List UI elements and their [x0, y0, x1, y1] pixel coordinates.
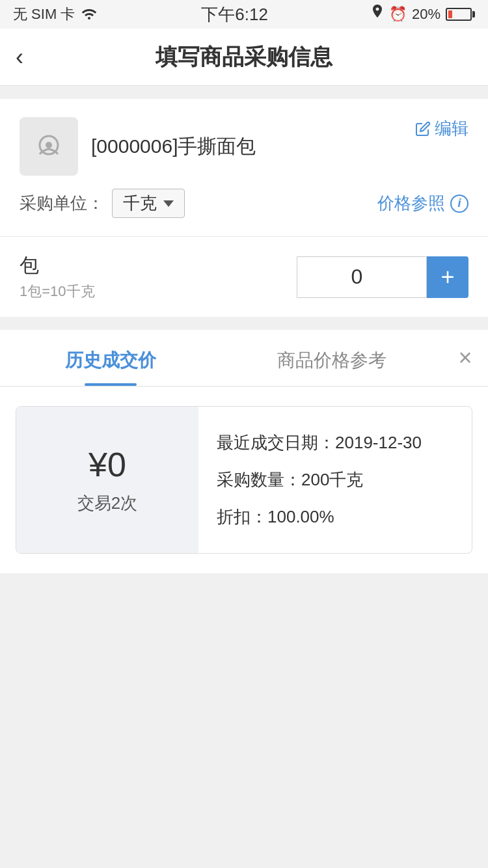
price-card-right: 最近成交日期：2019-12-30 采购数量：200千克 折扣：100.00%	[198, 407, 472, 553]
price-discount: 折扣：100.00%	[217, 504, 454, 530]
tabs-header: 历史成交价 商品价格参考 ×	[0, 330, 488, 387]
tab-content-history-price: ¥0 交易2次 最近成交日期：2019-12-30 采购数量：200千克 折扣：…	[0, 387, 488, 573]
quantity-label-group: 包 1包=10千克	[20, 252, 95, 301]
unit-select-button[interactable]: 千克	[112, 189, 185, 218]
price-card-left: ¥0 交易2次	[16, 407, 198, 553]
unit-row: 采购单位： 千克	[20, 189, 185, 218]
price-recent-date-value: 2019-12-30	[335, 433, 422, 452]
page-title: 填写商品采购信息	[156, 42, 332, 72]
quantity-unit-label: 包	[20, 252, 95, 279]
product-top-row: [0000006]手撕面包 编辑	[20, 117, 468, 176]
svg-point-1	[46, 142, 52, 148]
tab-price-reference-label: 商品价格参考	[277, 350, 386, 370]
currency-symbol: ¥	[88, 446, 107, 483]
status-bar: 无 SIM 卡 下午6:12 ⏰ 20%	[0, 0, 488, 29]
tab-price-reference[interactable]: 商品价格参考	[221, 330, 442, 386]
price-card: ¥0 交易2次 最近成交日期：2019-12-30 采购数量：200千克 折扣：…	[16, 406, 472, 554]
edit-button[interactable]: 编辑	[415, 117, 468, 140]
info-icon: i	[450, 195, 468, 213]
price-purchase-qty-label: 采购数量：	[217, 470, 301, 489]
product-name: [0000006]手撕面包	[91, 133, 256, 160]
location-icon	[371, 5, 384, 24]
edit-label: 编辑	[435, 117, 468, 140]
unit-label: 采购单位：	[20, 192, 104, 215]
tab-history-price[interactable]: 历史成交价	[0, 330, 221, 386]
price-purchase-qty-value: 200千克	[301, 470, 363, 489]
wifi-icon	[80, 5, 98, 23]
battery-icon	[446, 8, 475, 21]
product-left: [0000006]手撕面包	[20, 117, 256, 176]
price-recent-date: 最近成交日期：2019-12-30	[217, 430, 454, 455]
battery-percent: 20%	[412, 6, 441, 23]
close-icon: ×	[458, 344, 472, 372]
tabs-section: 历史成交价 商品价格参考 × ¥0 交易2次 最近成交日期：2019-12-30…	[0, 330, 488, 573]
no-sim-label: 无 SIM 卡	[13, 5, 75, 24]
price-reference-button[interactable]: 价格参照 i	[377, 192, 468, 215]
price-purchase-qty: 采购数量：200千克	[217, 467, 454, 493]
quantity-conversion: 1包=10千克	[20, 282, 95, 301]
back-button[interactable]: ‹	[16, 44, 23, 71]
product-thumbnail	[20, 117, 78, 176]
product-card: [0000006]手撕面包 编辑 采购单位： 千克 价格参照 i	[0, 99, 488, 236]
price-recent-date-label: 最近成交日期：	[217, 433, 335, 452]
status-left: 无 SIM 卡	[13, 5, 98, 24]
tab-history-price-label: 历史成交价	[65, 350, 156, 370]
price-value: 0	[107, 446, 126, 483]
quantity-input-group: +	[297, 256, 468, 298]
alarm-icon: ⏰	[389, 6, 407, 23]
quantity-plus-button[interactable]: +	[427, 256, 468, 298]
price-amount: ¥0	[88, 445, 126, 484]
nav-bar: ‹ 填写商品采购信息	[0, 29, 488, 86]
price-ref-label: 价格参照	[377, 192, 445, 215]
status-right: ⏰ 20%	[371, 5, 475, 24]
product-bottom-row: 采购单位： 千克 价格参照 i	[20, 189, 468, 218]
chevron-down-icon	[163, 200, 174, 207]
status-time: 下午6:12	[201, 3, 268, 26]
quantity-section: 包 1包=10千克 +	[0, 236, 488, 317]
quantity-input[interactable]	[297, 256, 427, 298]
tab-close-button[interactable]: ×	[442, 335, 488, 381]
price-discount-label: 折扣：	[217, 507, 267, 526]
price-trade-count: 交易2次	[77, 492, 137, 515]
unit-value: 千克	[123, 192, 157, 215]
price-discount-value: 100.00%	[267, 507, 334, 526]
